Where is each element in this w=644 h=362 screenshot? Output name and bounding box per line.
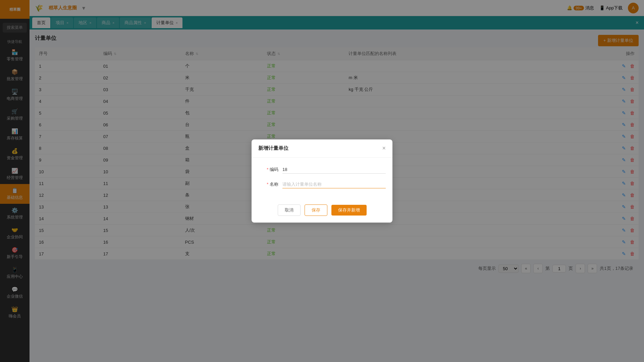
save-button[interactable]: 保存 [305,204,327,216]
modal-close-button[interactable]: × [382,145,386,152]
modal-footer: 取消 保存 保存并新增 [252,200,392,223]
code-input[interactable] [282,166,386,174]
name-label: 名称 [258,181,278,187]
modal-body: 编码 名称 [252,158,392,200]
add-unit-modal: 新增计量单位 × 编码 名称 取消 保存 保存并新增 [252,139,392,223]
modal-title: 新增计量单位 [258,145,288,152]
code-label: 编码 [258,167,278,173]
save-and-new-button[interactable]: 保存并新增 [331,205,367,216]
form-row-code: 编码 [258,166,386,174]
form-row-name: 名称 [258,180,386,188]
modal-header: 新增计量单位 × [252,139,392,158]
cancel-button[interactable]: 取消 [278,204,301,216]
modal-overlay[interactable]: 新增计量单位 × 编码 名称 取消 保存 保存并新增 [0,0,644,362]
name-input[interactable] [282,180,386,188]
